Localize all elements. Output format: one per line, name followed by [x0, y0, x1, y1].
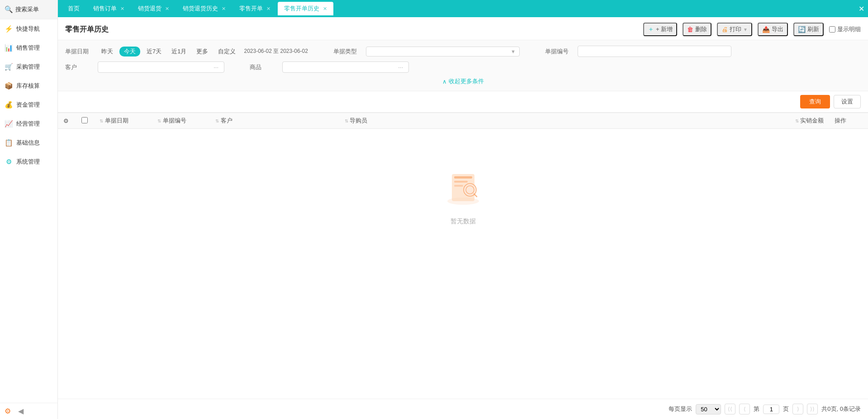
delete-label: 删除 [695, 25, 707, 33]
sidebar-item-quick-nav[interactable]: ⚡ 快捷导航 [0, 19, 57, 38]
display-toggle[interactable]: 显示明细 [829, 25, 861, 33]
th-amount-label: 实销金额 [800, 117, 824, 124]
th-guide-sort-icon: ⇅ [345, 118, 348, 123]
sidebar-item-label: 系统管理 [16, 158, 40, 166]
window-close-btn[interactable]: ✕ [859, 5, 864, 13]
quick-nav-icon: ⚡ [5, 25, 13, 33]
sidebar-item-label: 快捷导航 [16, 25, 40, 33]
sys-mgmt-icon: ⚙ [5, 158, 13, 166]
doc-type-select[interactable]: ▼ [366, 47, 520, 56]
sidebar-search-label: 搜索采单 [15, 5, 39, 14]
query-button[interactable]: 查询 [800, 95, 830, 108]
collapse-sidebar-icon[interactable]: ◀ [18, 407, 24, 415]
tab-retail-open-close[interactable]: ✕ [266, 6, 270, 12]
page-next-btn[interactable]: ⟩ [792, 404, 803, 414]
product-dots[interactable]: ··· [396, 64, 405, 71]
th-guide[interactable]: ⇅ 导购员 [338, 113, 442, 129]
page-first-btn[interactable]: ⟨⟨ [725, 404, 735, 414]
tab-sales-return-close[interactable]: ✕ [165, 6, 169, 12]
tab-retail-open-label: 零售开单 [239, 5, 263, 13]
sidebar-item-sys-mgmt[interactable]: ⚙ 系统管理 [0, 152, 57, 171]
export-button[interactable]: 📤 导出 [758, 23, 788, 36]
tab-retail-open[interactable]: 零售开单 ✕ [233, 2, 277, 15]
th-guide-label: 导购员 [350, 117, 367, 124]
delete-icon: 🗑 [687, 26, 693, 33]
export-label: 导出 [772, 25, 783, 33]
page-info: 共0页, 0条记录 [821, 405, 861, 413]
page-input[interactable] [763, 405, 779, 414]
page-title: 零售开单历史 [65, 25, 109, 34]
base-info-icon: 📋 [5, 139, 13, 147]
date-btn-today[interactable]: 今天 [119, 47, 140, 56]
top-nav: 首页 销售订单 ✕ 销货退货 ✕ 销货退货历史 ✕ 零售开单 ✕ 零售开单历史 … [58, 0, 868, 17]
add-button[interactable]: ＋ + 新增 [643, 23, 677, 36]
empty-state: 暂无数据 [58, 129, 868, 253]
select-all-checkbox[interactable] [81, 117, 88, 123]
sidebar-search[interactable]: 🔍 搜索采单 [0, 0, 57, 19]
date-btn-yesterday[interactable]: 昨天 [98, 47, 117, 56]
th-date-label: 单据日期 [105, 117, 128, 124]
settings-bottom-icon[interactable]: ⚙ [5, 407, 11, 415]
tab-retail-open-history-close[interactable]: ✕ [323, 6, 327, 12]
purchase-mgmt-icon: 🛒 [5, 63, 13, 71]
pagination: 每页显示 50 20 100 ⟨⟨ ⟨ 第 页 ⟩ ⟩⟩ 共0页, 0条记录 [58, 399, 868, 419]
tab-retail-open-history-label: 零售开单历史 [284, 5, 319, 13]
display-toggle-checkbox[interactable] [829, 26, 835, 33]
sidebar-item-finance[interactable]: 💰 资金管理 [0, 95, 57, 114]
sidebar-item-operations[interactable]: 📈 经营管理 [0, 114, 57, 133]
collapse-up-icon: ∧ [442, 78, 447, 85]
action-btn-row: 查询 设置 [58, 91, 868, 113]
th-settings[interactable]: ⚙ [58, 113, 76, 129]
tab-sales-return-history-close[interactable]: ✕ [222, 6, 226, 12]
empty-row: 暂无数据 [58, 129, 868, 253]
collapse-bar[interactable]: ∧ 收起更多条件 [65, 77, 861, 85]
sidebar-item-label: 基础信息 [16, 139, 40, 147]
tab-sales-return[interactable]: 销货退货 ✕ [132, 2, 175, 15]
th-no[interactable]: ⇅ 单据编号 [151, 113, 209, 129]
date-btn-custom[interactable]: 自定义 [214, 47, 239, 56]
per-page-select[interactable]: 50 20 100 [696, 404, 721, 414]
tab-home[interactable]: 首页 [62, 2, 86, 15]
table-settings-icon[interactable]: ⚙ [63, 118, 69, 124]
page-of: 页 [783, 405, 789, 413]
tab-retail-open-history[interactable]: 零售开单历史 ✕ [278, 2, 333, 15]
print-icon: 🖨 [721, 26, 728, 33]
doc-type-arrow-icon: ▼ [511, 49, 516, 54]
tab-sales-order-close[interactable]: ✕ [120, 6, 124, 12]
refresh-icon: 🔄 [798, 26, 806, 33]
sidebar-item-base-info[interactable]: 📋 基础信息 [0, 133, 57, 152]
print-label: 打印 [730, 25, 741, 33]
doc-type-filter-label: 单据类型 [333, 47, 359, 56]
tab-sales-order-label: 销售订单 [93, 5, 117, 13]
th-amount[interactable]: ⇅ 实销金额 [441, 113, 829, 129]
tab-sales-return-history[interactable]: 销货退货历史 ✕ [176, 2, 232, 15]
refresh-label: 刷新 [807, 25, 819, 33]
add-label: + 新增 [656, 25, 673, 33]
doc-no-input[interactable] [578, 46, 731, 57]
date-filter-label: 单据日期 [65, 47, 90, 56]
export-icon: 📤 [762, 26, 770, 33]
table-area: ⚙ ⇅ 单据日期 ⇅ 单据编号 [58, 113, 868, 399]
sidebar: 🔍 搜索采单 ⚡ 快捷导航 📊 销售管理 🛒 采购管理 📦 库存核算 💰 资金管… [0, 0, 58, 419]
date-btn-more[interactable]: 更多 [193, 47, 212, 56]
sidebar-item-label: 销售管理 [16, 44, 40, 52]
refresh-button[interactable]: 🔄 刷新 [793, 23, 824, 36]
tab-sales-order[interactable]: 销售订单 ✕ [87, 2, 131, 15]
sidebar-item-purchase-mgmt[interactable]: 🛒 采购管理 [0, 57, 57, 76]
settings-button[interactable]: 设置 [834, 95, 861, 108]
page-prev-btn[interactable]: ⟨ [739, 404, 750, 414]
sidebar-item-sales-mgmt[interactable]: 📊 销售管理 [0, 38, 57, 57]
th-date[interactable]: ⇅ 单据日期 [93, 113, 151, 129]
sidebar-item-inventory[interactable]: 📦 库存核算 [0, 76, 57, 95]
date-btn-last1month[interactable]: 近1月 [168, 47, 190, 56]
search-icon: 🔍 [5, 5, 13, 14]
th-customer[interactable]: ⇅ 客户 [209, 113, 338, 129]
th-date-sort-icon: ⇅ [100, 118, 103, 123]
delete-button[interactable]: 🗑 删除 [683, 23, 711, 36]
customer-dots[interactable]: ··· [212, 64, 220, 71]
page-last-btn[interactable]: ⟩⟩ [807, 404, 818, 414]
finance-icon: 💰 [5, 101, 13, 109]
toolbar: ＋ + 新增 🗑 删除 🖨 打印 ▼ 📤 导出 🔄 [643, 23, 861, 36]
print-button[interactable]: 🖨 打印 ▼ [717, 23, 752, 36]
date-btn-last7[interactable]: 近7天 [143, 47, 165, 56]
